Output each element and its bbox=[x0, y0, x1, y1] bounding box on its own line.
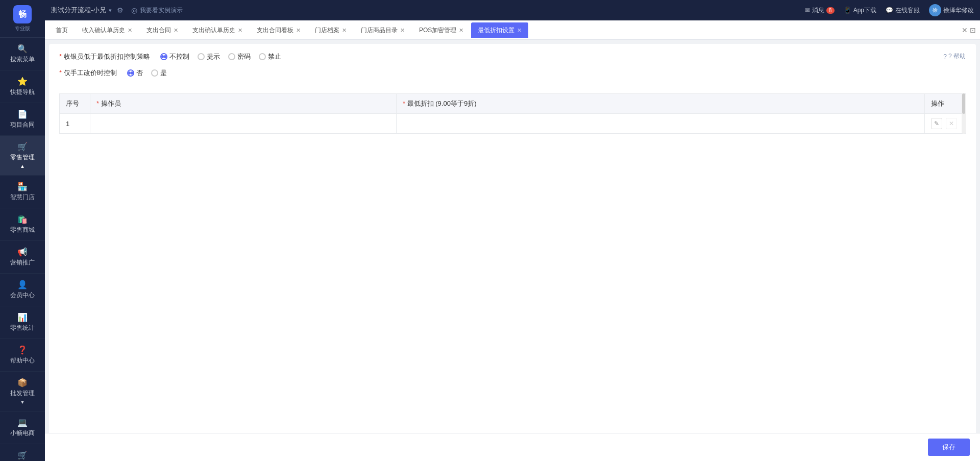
tab-expenditure-contract[interactable]: 支出合同 ✕ bbox=[140, 22, 185, 38]
topbar-right: ✉ 消息 8 📱 App下载 💬 在线客服 徐 徐泽华修改 bbox=[805, 4, 974, 16]
tab-label: 最低折扣设置 bbox=[478, 26, 514, 35]
purchase-icon: 🛒 bbox=[17, 450, 28, 460]
form-section: 收银员低于最低折扣控制策略 不控制 提示 密码 bbox=[59, 52, 966, 85]
settings-icon[interactable]: ⚙ bbox=[117, 6, 124, 14]
sidebar-item-label: 营销推广 bbox=[10, 258, 35, 267]
policy-option-no-control[interactable]: 不控制 bbox=[160, 52, 189, 61]
tab-expenditure-history[interactable]: 支出确认单历史 ✕ bbox=[186, 22, 249, 38]
close-icon[interactable]: ✕ bbox=[128, 27, 132, 34]
app-download-button[interactable]: 📱 App下载 bbox=[844, 6, 876, 15]
radio-circle bbox=[151, 69, 158, 77]
close-icon[interactable]: ✕ bbox=[296, 27, 301, 34]
radio-label: 否 bbox=[136, 68, 143, 78]
tab-label: 支出合同看板 bbox=[257, 26, 293, 35]
page-footer: 保存 bbox=[45, 433, 980, 461]
sidebar-item-nav[interactable]: ⭐ 快捷导航 bbox=[0, 70, 45, 103]
user-menu[interactable]: 徐 徐泽华修改 bbox=[929, 4, 974, 16]
delete-button[interactable]: ✕ bbox=[946, 118, 957, 129]
expand-icon[interactable]: ⊡ bbox=[970, 26, 976, 34]
tab-label: 首页 bbox=[56, 26, 68, 35]
main-area: 测试分开流程-小兄 ▾ ⚙ ◎ 我要看实例演示 ✉ 消息 8 📱 App下载 💬… bbox=[45, 0, 980, 461]
policy-row: 收银员低于最低折扣控制策略 不控制 提示 密码 bbox=[59, 52, 966, 61]
col-min-discount: 最低折扣 (9.00等于9折) bbox=[397, 94, 925, 114]
radio-circle bbox=[228, 53, 235, 60]
close-icon[interactable]: ✕ bbox=[400, 27, 405, 34]
help-icon: ❓ bbox=[17, 345, 28, 355]
page-content: ? ? 帮助 收银员低于最低折扣控制策略 不控制 提示 bbox=[45, 40, 980, 461]
sidebar-item-mall[interactable]: 🛍️ 零售商城 bbox=[0, 208, 45, 241]
sidebar-item-member[interactable]: 👤 会员中心 bbox=[0, 274, 45, 306]
tab-pos-management[interactable]: POS加密管理 ✕ bbox=[412, 22, 470, 38]
sidebar-item-purchase[interactable]: 🛒 采购管理 bbox=[0, 444, 45, 461]
radio-label: 提示 bbox=[207, 52, 220, 61]
policy-option-forbid[interactable]: 禁止 bbox=[259, 52, 281, 61]
help-link[interactable]: ? ? 帮助 bbox=[943, 52, 966, 61]
cell-actions: ✎ ✕ bbox=[925, 114, 966, 134]
table-header-row: 序号 操作员 最低折扣 (9.00等于9折) 操作 bbox=[60, 94, 966, 114]
close-icon[interactable]: ✕ bbox=[174, 27, 178, 34]
project-selector[interactable]: 测试分开流程-小兄 ▾ bbox=[51, 6, 112, 15]
tab-income-history[interactable]: 收入确认单历史 ✕ bbox=[76, 22, 139, 38]
sidebar-item-contract[interactable]: 📄 项目合同 bbox=[0, 103, 45, 136]
avatar: 徐 bbox=[929, 4, 941, 16]
edit-button[interactable]: ✎ bbox=[931, 118, 942, 129]
chevron-down-icon: ▾ bbox=[109, 7, 112, 14]
tab-store-file[interactable]: 门店档案 ✕ bbox=[308, 22, 353, 38]
sidebar-item-stats[interactable]: 📊 零售统计 bbox=[0, 306, 45, 339]
logo-icon: 畅 bbox=[13, 5, 32, 23]
policy-option-password[interactable]: 密码 bbox=[228, 52, 251, 61]
sidebar-item-wholesale[interactable]: 📦 批发管理 ▼ bbox=[0, 372, 45, 411]
sidebar-item-retail[interactable]: 🛒 零售管理 ▲ bbox=[0, 136, 45, 176]
policy-option-hint[interactable]: 提示 bbox=[198, 52, 220, 61]
member-icon: 👤 bbox=[17, 280, 28, 289]
table-scrollbar[interactable] bbox=[962, 93, 966, 134]
radio-label: 不控制 bbox=[169, 52, 189, 61]
messages-button[interactable]: ✉ 消息 8 bbox=[805, 6, 835, 15]
sidebar-item-label: 智慧门店 bbox=[10, 193, 35, 202]
close-icon[interactable]: ✕ bbox=[238, 27, 242, 34]
nav-icon: ⭐ bbox=[17, 77, 28, 86]
radio-circle bbox=[198, 53, 205, 60]
user-name: 徐泽华修改 bbox=[943, 6, 974, 15]
close-icon[interactable]: ✕ bbox=[517, 27, 522, 34]
tab-contract-board[interactable]: 支出合同看板 ✕ bbox=[250, 22, 307, 38]
sidebar-item-label: 快捷导航 bbox=[10, 88, 35, 96]
messages-badge: 8 bbox=[826, 7, 835, 14]
tab-store-products[interactable]: 门店商品目录 ✕ bbox=[354, 22, 411, 38]
sidebar-item-label: 零售管理 bbox=[10, 153, 35, 162]
mall-icon: 🛍️ bbox=[17, 214, 28, 224]
save-button[interactable]: 保存 bbox=[928, 439, 970, 456]
manual-option-no[interactable]: 否 bbox=[127, 68, 143, 78]
policy-label: 收银员低于最低折扣控制策略 bbox=[59, 52, 150, 61]
sidebar-item-help[interactable]: ❓ 帮助中心 bbox=[0, 339, 45, 372]
close-icon[interactable]: ✕ bbox=[342, 27, 347, 34]
manual-radio-group: 否 是 bbox=[127, 68, 167, 78]
tab-label: 支出确认单历史 bbox=[192, 26, 235, 35]
message-icon: ✉ bbox=[805, 7, 810, 14]
project-name: 测试分开流程-小兄 bbox=[51, 6, 106, 15]
sidebar-item-ecommerce[interactable]: 💻 小畅电商 bbox=[0, 411, 45, 444]
tab-label: 收入确认单历史 bbox=[82, 26, 125, 35]
demo-link[interactable]: ◎ 我要看实例演示 bbox=[131, 6, 183, 15]
table-container: 序号 操作员 最低折扣 (9.00等于9折) 操作 1 ✎ bbox=[59, 93, 966, 134]
tab-min-discount[interactable]: 最低折扣设置 ✕ bbox=[471, 22, 528, 38]
scrollbar-thumb bbox=[962, 93, 965, 114]
table-row: 1 ✎ ✕ bbox=[60, 114, 966, 134]
online-service-button[interactable]: 💬 在线客服 bbox=[886, 6, 920, 15]
col-actions: 操作 bbox=[925, 94, 966, 114]
cell-operator bbox=[90, 114, 397, 134]
sidebar-item-search[interactable]: 🔍 搜索菜单 bbox=[0, 38, 45, 70]
sidebar-item-label: 小畅电商 bbox=[10, 429, 35, 438]
tab-label: 门店商品目录 bbox=[361, 26, 398, 35]
help-label: ? 帮助 bbox=[948, 52, 966, 61]
sidebar-item-smartstore[interactable]: 🏪 智慧门店 bbox=[0, 176, 45, 208]
sidebar-item-marketing[interactable]: 📢 营销推广 bbox=[0, 241, 45, 274]
marketing-icon: 📢 bbox=[17, 247, 28, 257]
manual-option-yes[interactable]: 是 bbox=[151, 68, 167, 78]
close-icon[interactable]: ✕ bbox=[459, 27, 463, 34]
tab-home[interactable]: 首页 bbox=[49, 22, 75, 38]
radio-circle bbox=[259, 53, 266, 60]
help-icon: ? bbox=[943, 53, 947, 60]
sidebar-item-label: 会员中心 bbox=[10, 291, 35, 300]
close-all-icon[interactable]: ✕ bbox=[962, 26, 968, 34]
